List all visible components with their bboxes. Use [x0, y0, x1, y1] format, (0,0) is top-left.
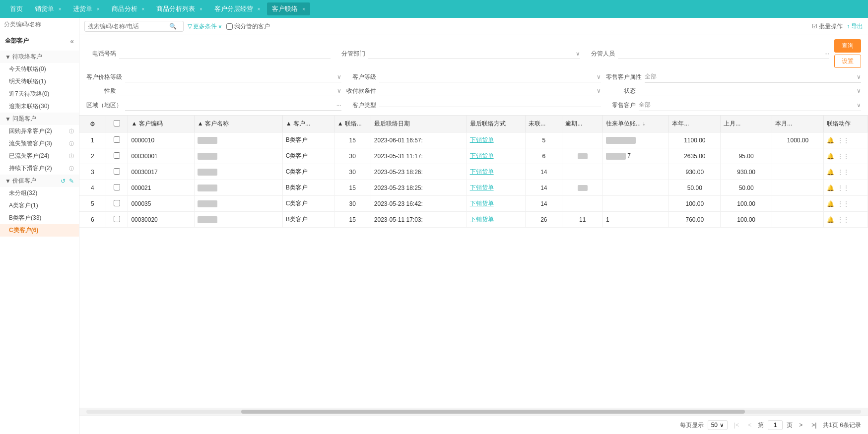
phone-input[interactable]: [119, 49, 331, 59]
contact-icon[interactable]: 🔔: [827, 200, 834, 207]
export-btn[interactable]: ↑ 导出: [847, 22, 863, 31]
settings-button[interactable]: 设置: [834, 55, 861, 68]
batch-ops-btn[interactable]: ☑ 批量操作: [812, 22, 843, 31]
th-category[interactable]: ▲ 客户...: [282, 116, 334, 132]
th-code[interactable]: ▲ 客户编码: [128, 116, 194, 132]
sidebar-item-repurchase-abnormal[interactable]: 回购异常客户(2) ⓘ: [0, 125, 79, 137]
row-checkbox[interactable]: [114, 152, 120, 159]
last-method[interactable]: 下销货单: [467, 164, 526, 180]
close-purchase-icon[interactable]: ×: [97, 6, 100, 12]
contact-icon[interactable]: 🔔: [827, 169, 834, 176]
sidebar-item-b-class[interactable]: B类客户(33): [0, 212, 79, 224]
prev-page-btn[interactable]: <: [745, 421, 754, 430]
th-name[interactable]: ▲ 客户名称: [194, 116, 282, 132]
nav-customer-contact[interactable]: 客户联络 ×: [267, 2, 310, 15]
value-customers-group[interactable]: ▼ 价值客户 ↺ ✎: [0, 175, 79, 187]
th-last-month[interactable]: 上月...: [721, 116, 772, 132]
problem-customers-group[interactable]: ▼ 问题客户: [0, 113, 79, 125]
more-icon[interactable]: ⋮⋮: [837, 169, 849, 176]
more-icon[interactable]: ⋮⋮: [837, 185, 849, 191]
th-checkbox[interactable]: [106, 116, 128, 132]
contact-icon[interactable]: 🔔: [827, 137, 834, 144]
select-all-checkbox[interactable]: [114, 120, 120, 126]
last-method[interactable]: 下销货单: [467, 180, 526, 196]
last-method[interactable]: 下销货单: [467, 196, 526, 212]
row-checkbox[interactable]: [114, 200, 120, 206]
nav-sales[interactable]: 销货单 ×: [30, 2, 66, 15]
more-icon[interactable]: ⋮⋮: [837, 137, 849, 144]
nav-analysis[interactable]: 商品分析 ×: [107, 2, 149, 15]
close-sales-icon[interactable]: ×: [59, 6, 62, 12]
nav-analysis-list[interactable]: 商品分析列表 ×: [151, 2, 207, 15]
edit-icon[interactable]: ✎: [69, 178, 74, 185]
toolbar-search-icon[interactable]: 🔍: [169, 23, 177, 30]
sidebar-item-c-class[interactable]: C类客户(6): [0, 224, 79, 237]
last-method[interactable]: 下销货单: [467, 132, 526, 148]
row-checkbox[interactable]: [114, 184, 120, 190]
retail-attr-select[interactable]: 全部 ∨: [645, 71, 861, 83]
sidebar-item-tomorrow[interactable]: 明天待联络(1): [0, 75, 79, 88]
all-customers-header[interactable]: 全部客户 «: [0, 34, 79, 48]
row-checkbox[interactable]: [114, 216, 120, 222]
dept-select[interactable]: ∨: [368, 49, 580, 59]
sidebar-item-overdue[interactable]: 逾期未联络(30): [0, 100, 79, 113]
sidebar-item-declining[interactable]: 持续下滑客户(2) ⓘ: [0, 162, 79, 175]
my-customers-check[interactable]: [226, 23, 233, 30]
th-this-year[interactable]: 本年...: [669, 116, 721, 132]
manager-select[interactable]: ···: [618, 49, 829, 59]
payment-select[interactable]: ∨: [379, 86, 601, 96]
sidebar-item-churned[interactable]: 已流失客户(24) ⓘ: [0, 150, 79, 162]
th-last-method[interactable]: 最后联络方式: [467, 116, 526, 132]
sidebar-item-churn-warning[interactable]: 流失预警客户(3) ⓘ: [0, 137, 79, 150]
price-level-select[interactable]: ∨: [125, 72, 341, 82]
nav-home[interactable]: 首页: [5, 2, 28, 15]
th-contact-count[interactable]: ▲ 联络...: [334, 116, 371, 132]
sidebar-item-7days[interactable]: 近7天待联络(0): [0, 88, 79, 100]
nav-purchase[interactable]: 进货单 ×: [68, 2, 104, 15]
manager-dots-icon[interactable]: ···: [824, 50, 829, 57]
region-dots-icon[interactable]: ···: [336, 102, 341, 109]
first-page-btn[interactable]: |<: [732, 421, 741, 430]
nav-customer-tier[interactable]: 客户分层经营 ×: [209, 2, 265, 15]
last-method[interactable]: 下销货单: [467, 212, 526, 228]
customer-level-select[interactable]: ∨: [379, 72, 601, 82]
close-analysis-icon[interactable]: ×: [142, 6, 145, 12]
collapse-icon[interactable]: «: [70, 37, 74, 45]
retail-select[interactable]: 全部 ∨: [639, 99, 861, 111]
contact-icon[interactable]: 🔔: [827, 153, 834, 160]
last-page-btn[interactable]: >|: [809, 421, 819, 430]
th-settings[interactable]: ⚙: [79, 116, 106, 132]
th-overdue[interactable]: 逾期...: [562, 116, 603, 132]
scrollbar-thumb[interactable]: [241, 410, 745, 414]
last-method[interactable]: 下销货单: [467, 148, 526, 164]
customer-type-select[interactable]: [379, 104, 601, 107]
more-icon[interactable]: ⋮⋮: [837, 200, 849, 207]
close-analysis-list-icon[interactable]: ×: [200, 6, 202, 12]
row-checkbox[interactable]: [114, 136, 120, 143]
contact-icon[interactable]: 🔔: [827, 216, 834, 223]
status-select[interactable]: ∨: [639, 86, 861, 96]
my-customers-checkbox[interactable]: 我分管的客户: [226, 22, 270, 31]
sidebar-item-ungrouped[interactable]: 未分组(32): [0, 187, 79, 199]
more-icon[interactable]: ⋮⋮: [837, 153, 849, 160]
region-select[interactable]: ···: [125, 100, 341, 111]
sidebar-search-input[interactable]: [4, 21, 78, 28]
page-input[interactable]: [768, 420, 783, 430]
more-icon[interactable]: ⋮⋮: [837, 216, 849, 223]
th-account[interactable]: 往来单位账... ↓: [602, 116, 668, 132]
row-checkbox[interactable]: [114, 168, 120, 175]
contact-icon[interactable]: 🔔: [827, 185, 834, 191]
page-size-select[interactable]: 50 ∨: [708, 420, 728, 430]
th-this-month[interactable]: 本月...: [772, 116, 824, 132]
sidebar-item-a-class[interactable]: A类客户(1): [0, 199, 79, 212]
nature-select[interactable]: ∨: [119, 86, 341, 96]
pending-contact-group[interactable]: ▼ 待联络客户: [0, 51, 79, 63]
query-button[interactable]: 查询: [834, 39, 861, 53]
next-page-btn[interactable]: >: [797, 421, 805, 430]
th-last-date[interactable]: 最后联络日期: [371, 116, 467, 132]
horizontal-scrollbar[interactable]: [79, 408, 868, 416]
more-conditions-btn[interactable]: ▽ 更多条件 ∨: [188, 22, 222, 31]
close-customer-tier-icon[interactable]: ×: [258, 6, 261, 12]
refresh-icon[interactable]: ↺: [61, 178, 66, 185]
close-customer-contact-icon[interactable]: ×: [302, 6, 305, 12]
